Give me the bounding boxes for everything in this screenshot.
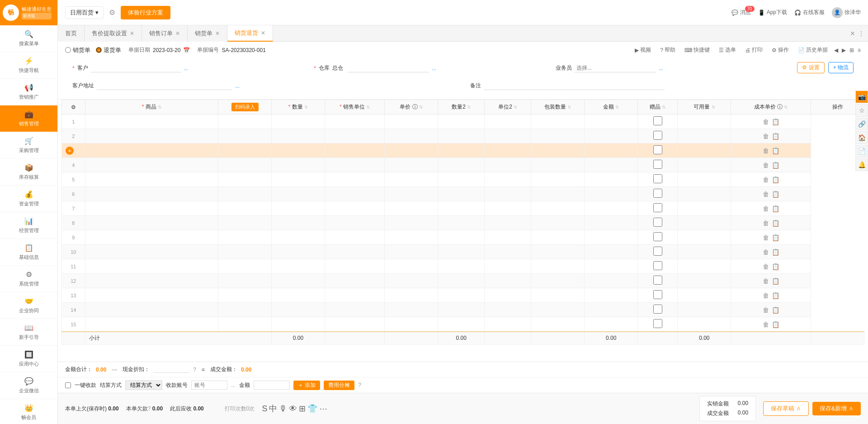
delete-icon[interactable]: 🗑 [763, 191, 769, 198]
pack-sort[interactable]: ⇅ [567, 105, 571, 110]
sidebar-item-operations[interactable]: 📊 经营管理 [0, 212, 57, 239]
message-button[interactable]: 💬 消息 70 [731, 9, 751, 16]
staff-input[interactable] [575, 64, 656, 72]
toolbar-help[interactable]: ? 帮助 [657, 45, 678, 55]
exp-btn[interactable]: 体验行业方案 [121, 6, 170, 19]
avail-sort[interactable]: ⇅ [712, 105, 715, 110]
toolbar-ops[interactable]: ⚙ 操作 [769, 45, 792, 55]
tab-home[interactable]: 首页 [58, 25, 85, 42]
user-menu[interactable]: 👤 徐泽华 [832, 7, 861, 18]
float-btn-4[interactable]: 🏠 [855, 131, 868, 144]
delete-icon[interactable]: 🗑 [763, 219, 769, 227]
delete-icon[interactable]: 🗑 [763, 205, 769, 212]
delete-icon[interactable]: 🗑 [763, 248, 769, 256]
tab-menu[interactable]: ⋮ [858, 30, 864, 37]
copy-icon[interactable]: 📋 [772, 306, 779, 314]
delete-icon[interactable]: 🗑 [763, 263, 769, 270]
delete-icon[interactable]: 🗑 [763, 292, 769, 299]
col-settings[interactable]: ⚙ [62, 100, 85, 114]
toolbar-shortcut[interactable]: ⌨ 快捷键 [682, 45, 712, 55]
copy-icon[interactable]: 📋 [772, 248, 779, 256]
toolbar-select[interactable]: ☰ 选单 [716, 45, 739, 55]
toolbar-video[interactable]: ▶ 视频 [632, 45, 654, 55]
copy-icon[interactable]: 📋 [772, 263, 779, 270]
product-sort[interactable]: ⇅ [158, 105, 161, 110]
sidebar-item-quick[interactable]: ⚡ 快捷导航 [0, 52, 57, 79]
calendar-icon[interactable]: 📅 [183, 47, 190, 53]
expense-help-icon[interactable]: ? [358, 382, 361, 388]
save-draft-btn[interactable]: 保存草稿 ∧ [763, 401, 809, 416]
sidebar-item-system[interactable]: ⚙ 系统管理 [0, 266, 57, 292]
sidebar-item-purchase[interactable]: 🛒 采购管理 [0, 132, 57, 159]
unit2-sort[interactable]: ⇅ [514, 105, 517, 110]
delete-icon[interactable]: 🗑 [763, 118, 769, 125]
payment-amount-input[interactable] [254, 381, 290, 390]
gift-checkbox[interactable] [653, 305, 662, 314]
gift-sort[interactable]: ⇅ [662, 105, 665, 110]
online-service-btn[interactable]: 🎧 在线客服 [794, 9, 825, 16]
price-sort[interactable]: ⇅ [419, 105, 423, 110]
copy-icon[interactable]: 📋 [772, 176, 779, 183]
tab-close-all[interactable]: ✕ [850, 30, 855, 37]
gift-checkbox[interactable] [653, 247, 662, 256]
tab-sales-close[interactable]: ✕ [215, 30, 220, 37]
float-btn-1[interactable]: 📷 [855, 91, 868, 103]
prev-icon[interactable]: ◀ [834, 47, 838, 53]
float-btn-2[interactable]: ☆ [855, 104, 868, 117]
gift-checkbox[interactable] [653, 261, 662, 270]
app-download-btn[interactable]: 📱 App下载 [758, 9, 787, 16]
expense-split-btn[interactable]: 费用分摊 [324, 381, 354, 390]
warehouse-select-btn[interactable]: ... [432, 65, 436, 71]
sidebar-item-collab[interactable]: 🤝 企业协同 [0, 292, 57, 319]
delete-icon[interactable]: 🗑 [763, 234, 769, 241]
radio-return[interactable]: 退货单 [96, 46, 121, 54]
grid-view-icon[interactable]: ⊞ [849, 47, 854, 53]
customer-input[interactable] [91, 64, 181, 72]
scan-btn[interactable]: 扫码录入 [231, 103, 259, 111]
sidebar-item-marketing[interactable]: 📢 营销推广 [0, 79, 57, 105]
sidebar-item-finance[interactable]: 💰 资金管理 [0, 186, 57, 212]
list-view-icon[interactable]: ≡ [858, 47, 861, 53]
qty-sort[interactable]: ⇅ [304, 105, 308, 110]
copy-icon[interactable]: 📋 [772, 191, 779, 198]
category-selector[interactable]: 日用百货 ▾ [65, 6, 104, 19]
sidebar-item-inventory[interactable]: 📦 库存核算 [0, 159, 57, 186]
sidebar-item-base[interactable]: 📋 基础信息 [0, 239, 57, 266]
copy-icon[interactable]: 📋 [772, 219, 779, 227]
gift-checkbox[interactable] [653, 276, 662, 285]
copy-icon[interactable]: 📋 [772, 147, 779, 154]
logistics-btn[interactable]: + 物流 [828, 62, 854, 73]
copy-icon[interactable]: 📋 [772, 133, 779, 140]
radio-sales-input[interactable] [65, 47, 71, 53]
float-btn-3[interactable]: 🔗 [855, 118, 868, 130]
address-select-btn[interactable]: ... [235, 83, 240, 89]
gift-checkbox[interactable] [653, 218, 662, 227]
gift-checkbox[interactable] [653, 160, 662, 169]
tab-price-close[interactable]: ✕ [130, 30, 134, 37]
cost-sort[interactable]: ⇅ [784, 105, 788, 110]
tab-sales[interactable]: 销货单 ✕ [188, 25, 227, 42]
copy-icon[interactable]: 📋 [772, 118, 779, 125]
delete-icon[interactable]: 🗑 [763, 162, 769, 169]
gift-checkbox[interactable] [653, 145, 662, 154]
toolbar-print[interactable]: 🖨 打印 [742, 45, 765, 55]
topbar-gear-icon[interactable]: ⚙ [109, 8, 115, 17]
sidebar-item-apps[interactable]: 🔲 应用中心 [0, 346, 57, 372]
quick-pay-checkbox[interactable] [65, 382, 71, 388]
delete-icon[interactable]: 🗑 [763, 306, 769, 314]
gift-checkbox[interactable] [653, 203, 662, 212]
sidebar-item-member[interactable]: 👑 畅会员 [0, 399, 57, 424]
delete-icon[interactable]: 🗑 [763, 176, 769, 183]
qty2-sort[interactable]: ⇅ [467, 105, 471, 110]
tab-price[interactable]: 售价提取设置 ✕ [85, 25, 142, 42]
staff-select-btn[interactable]: ... [659, 65, 663, 71]
sidebar-item-sales[interactable]: 💼 销售管理 [0, 105, 57, 132]
delete-icon[interactable]: 🗑 [763, 147, 769, 154]
copy-icon[interactable]: 📋 [772, 234, 779, 241]
product-input[interactable] [89, 148, 215, 154]
tab-return-close[interactable]: ✕ [261, 30, 265, 36]
copy-icon[interactable]: 📋 [772, 162, 779, 169]
copy-icon[interactable]: 📋 [772, 277, 779, 285]
sidebar-item-search[interactable]: 🔍 搜索菜单 [0, 25, 57, 52]
customer-select-btn[interactable]: ... [184, 65, 189, 71]
